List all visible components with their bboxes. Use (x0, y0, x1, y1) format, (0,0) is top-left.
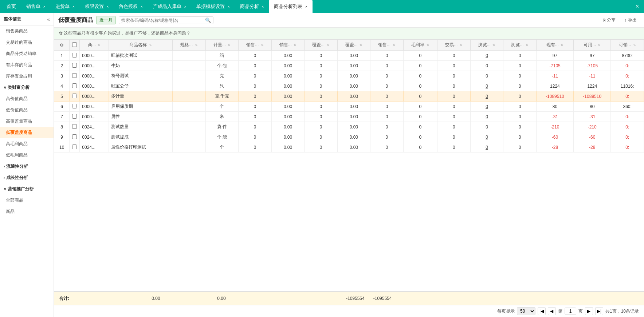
row-browse1[interactable]: 0 (470, 71, 503, 81)
sidebar-item-stock-fund[interactable]: 库存资金占用 (0, 71, 54, 82)
row-name[interactable]: 启用保质期 (109, 102, 173, 112)
sidebar-item-new-goods[interactable]: 新品 (0, 206, 54, 217)
sidebar-item-sale-goods[interactable]: 销售类商品 (0, 25, 54, 37)
col-trade[interactable]: 交易... ⇅ (437, 40, 470, 51)
row-name[interactable]: 测试提成 (109, 132, 173, 142)
col-browse1[interactable]: 浏览... ⇅ (470, 40, 503, 51)
sidebar-toggle[interactable]: « (47, 16, 50, 22)
nav-analysis[interactable]: 商品分析 × (235, 0, 269, 13)
search-input[interactable] (121, 18, 205, 23)
row-name[interactable]: 多计量 (109, 91, 173, 102)
nav-close-template[interactable]: × (228, 5, 230, 9)
row-select[interactable] (70, 122, 80, 132)
page-prev-button[interactable]: ◀ (548, 307, 556, 315)
row-select[interactable] (70, 132, 80, 142)
col-sale-other[interactable]: 销售... ⇅ (370, 40, 403, 51)
row-select[interactable] (70, 61, 80, 71)
row-checkbox[interactable] (72, 144, 77, 149)
row-name[interactable]: 测试数量 (109, 122, 173, 132)
row-select[interactable] (70, 112, 80, 122)
nav-close-role[interactable]: × (141, 5, 143, 9)
row-browse1[interactable]: 0 (470, 112, 503, 122)
select-all-checkbox[interactable] (72, 42, 77, 47)
row-browse1[interactable]: 0 (470, 61, 503, 71)
row-checkbox[interactable] (72, 63, 77, 68)
col-coverage1[interactable]: 覆盖... ⇅ (305, 40, 337, 51)
sidebar-item-high-coverage[interactable]: 高覆盖量商品 (0, 116, 54, 127)
row-checkbox[interactable] (72, 134, 77, 139)
row-checkbox[interactable] (72, 94, 77, 98)
row-name[interactable]: 属性价格打印测试 (109, 142, 173, 152)
page-next-button[interactable]: ▶ (585, 307, 593, 315)
row-select[interactable] (70, 102, 80, 112)
sidebar-item-low-value[interactable]: 低价值商品 (0, 104, 54, 116)
page-last-button[interactable]: ▶| (595, 307, 603, 315)
row-select[interactable] (70, 71, 80, 81)
sidebar-group-growth[interactable]: › 成长性分析 (0, 172, 54, 183)
col-code[interactable]: 商... ⇅ (80, 40, 109, 51)
row-name[interactable]: 符号测试 (109, 71, 173, 81)
col-sale-amount[interactable]: 销售... ⇅ (271, 40, 304, 51)
share-button[interactable]: ⎘ 分享 (600, 16, 619, 24)
row-name[interactable]: 旺辅批次测试 (109, 51, 173, 61)
row-select[interactable] (70, 91, 80, 102)
row-checkbox[interactable] (72, 73, 77, 78)
page-size-select[interactable]: 50 100 200 (517, 307, 535, 315)
nav-purchase[interactable]: 进货单 × (50, 0, 79, 13)
row-name[interactable]: 属性 (109, 112, 173, 122)
nav-close-analysis[interactable]: × (262, 5, 264, 9)
row-browse1[interactable]: 0 (470, 132, 503, 142)
date-filter-button[interactable]: 近一月 (96, 16, 116, 24)
sidebar-group-marketing[interactable]: ∨ 营销推广分析 (0, 183, 54, 195)
nav-analysis-list[interactable]: 商品分析列表 × (269, 0, 312, 13)
page-input[interactable] (565, 308, 576, 315)
nav-permission[interactable]: 权限设置 × (80, 0, 114, 13)
sidebar-item-category-rate[interactable]: 商品分类动销率 (0, 48, 54, 59)
sidebar-item-traded-goods[interactable]: 交易过的商品 (0, 37, 54, 48)
sidebar-group-wealth[interactable]: ∨ 类财富分析 (0, 82, 54, 93)
page-first-button[interactable]: |◀ (538, 307, 546, 315)
sidebar-item-stock-goods[interactable]: 有库存的商品 (0, 59, 54, 71)
row-browse1[interactable]: 0 (470, 91, 503, 102)
sidebar-item-low-coverage[interactable]: 低覆盖度商品 (0, 127, 54, 138)
col-stock-current[interactable]: 现有... ⇅ (536, 40, 573, 51)
col-spec[interactable]: 规格... ⇅ (173, 40, 205, 51)
row-select[interactable] (70, 142, 80, 152)
row-browse1[interactable]: 0 (470, 81, 503, 91)
row-select[interactable] (70, 51, 80, 61)
sidebar-item-high-profit[interactable]: 高毛利商品 (0, 138, 54, 150)
nav-produce[interactable]: 产成品入库单 × (148, 0, 191, 13)
nav-close-sales[interactable]: × (43, 5, 46, 9)
nav-home[interactable]: 首页 (1, 0, 21, 13)
col-name[interactable]: 商品名称 ⇅ (109, 40, 173, 51)
row-checkbox[interactable] (72, 114, 77, 119)
nav-close-produce[interactable]: × (184, 5, 186, 9)
col-browse2[interactable]: 浏览... ⇅ (503, 40, 536, 51)
nav-close-all[interactable]: × (632, 3, 643, 10)
nav-close-purchase[interactable]: × (72, 5, 75, 9)
nav-close-analysis-list[interactable]: × (305, 5, 307, 9)
row-browse1[interactable]: 0 (470, 102, 503, 112)
col-gross-rate[interactable]: 毛利率 ⇅ (403, 40, 437, 51)
row-checkbox[interactable] (72, 124, 77, 129)
row-checkbox[interactable] (72, 83, 77, 88)
row-checkbox[interactable] (72, 104, 77, 108)
col-coverage2[interactable]: 覆盖... ⇅ (337, 40, 370, 51)
row-checkbox[interactable] (72, 53, 77, 58)
export-button[interactable]: ↑ 导出 (621, 16, 640, 24)
sidebar-item-all-goods[interactable]: 全部商品 (0, 195, 54, 206)
col-stock-avail[interactable]: 可用... ⇅ (574, 40, 611, 51)
col-stock-sale[interactable]: 可销... ⇅ (611, 40, 644, 51)
row-select[interactable] (70, 81, 80, 91)
col-unit[interactable]: 计量... ⇅ (205, 40, 238, 51)
row-browse1[interactable]: 0 (470, 122, 503, 132)
row-name[interactable]: 眠宝公仔 (109, 81, 173, 91)
col-sale-count[interactable]: 销售... ⇅ (239, 40, 271, 51)
search-icon[interactable]: 🔍 (205, 17, 211, 23)
nav-sales[interactable]: 销售单 × (21, 0, 50, 13)
nav-role[interactable]: 角色授权 × (114, 0, 148, 13)
row-browse1[interactable]: 0 (470, 51, 503, 61)
sidebar-group-flow[interactable]: › 流通性分析 (0, 161, 54, 172)
col-settings[interactable]: ⚙ (54, 40, 70, 51)
nav-close-permission[interactable]: × (107, 5, 109, 9)
